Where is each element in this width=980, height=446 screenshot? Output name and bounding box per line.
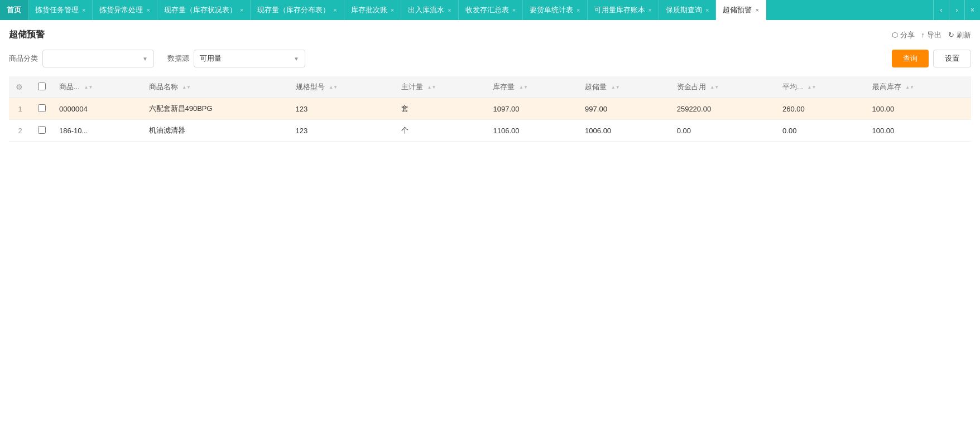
col-kucun-header[interactable]: 库存量 ▲▼: [486, 76, 578, 98]
nav-tab-close[interactable]: ×: [146, 7, 150, 13]
nav-home[interactable]: 首页: [0, 0, 28, 20]
nav-tab-tab-chaochujing[interactable]: 超储预警×: [716, 0, 766, 20]
nav-tab-close[interactable]: ×: [705, 7, 709, 13]
sort-zijin-icon: ▲▼: [710, 85, 719, 90]
datasource-select[interactable]: 可用量 ▼: [194, 50, 305, 67]
table-header: ⚙ 商品... ▲▼ 商品名称 ▲▼ 规格型号 ▲▼: [9, 76, 971, 98]
sort-guige-icon: ▲▼: [329, 85, 338, 90]
share-icon: ⬡: [892, 31, 898, 39]
row-zuigao: 100.00: [866, 98, 971, 120]
col-spname-label: 商品名称: [149, 83, 178, 91]
col-guige-label: 规格型号: [296, 83, 325, 91]
nav-tab-close[interactable]: ×: [391, 7, 394, 13]
export-button[interactable]: ↑ 导出: [921, 30, 942, 40]
page-title-row: 超储预警 ⬡ 分享 ↑ 导出 ↻ 刷新: [9, 29, 971, 41]
nav-tab-tab-shoufab[interactable]: 收发存汇总表×: [459, 0, 523, 20]
col-spcode-label: 商品...: [59, 83, 80, 91]
select-all-checkbox[interactable]: [38, 83, 46, 90]
sort-spcode-icon: ▲▼: [84, 85, 93, 90]
nav-home-label: 首页: [7, 5, 21, 15]
col-guige-header[interactable]: 规格型号 ▲▼: [289, 76, 395, 98]
nav-tab-close[interactable]: ×: [577, 7, 580, 13]
filter-datasource: 数据源 可用量 ▼: [167, 50, 305, 67]
nav-tab-label: 拣货异常处理: [99, 5, 143, 15]
nav-arrow-close[interactable]: ×: [964, 0, 980, 20]
nav-tab-tab-yaohuo[interactable]: 要货单统计表×: [523, 0, 587, 20]
col-zijin-label: 资金占用: [677, 83, 706, 91]
nav-tab-close[interactable]: ×: [333, 7, 337, 13]
nav-tab-label: 现存量（库存状况表）: [164, 5, 237, 15]
col-zuigao-header[interactable]: 最高库存 ▲▼: [866, 76, 971, 98]
nav-tab-close[interactable]: ×: [448, 7, 451, 13]
category-label: 商品分类: [9, 54, 38, 64]
export-icon: ↑: [921, 31, 925, 39]
row-zijin: 259220.00: [670, 98, 776, 120]
nav-tab-label: 超储预警: [723, 5, 752, 15]
nav-tab-tab-xianzunl[interactable]: 现存量（库存状况表）×: [157, 0, 251, 20]
filter-category: 商品分类 ▼: [9, 50, 154, 67]
datasource-value: 可用量: [200, 54, 222, 64]
row-zijin: 0.00: [670, 120, 776, 142]
sort-jiliang-icon: ▲▼: [427, 85, 436, 90]
category-select[interactable]: ▼: [42, 50, 154, 67]
settings-button[interactable]: 设置: [933, 50, 971, 67]
row-checkbox-cell: [31, 98, 52, 120]
datasource-arrow-icon: ▼: [294, 56, 299, 62]
nav-tab-tab-kyliang[interactable]: 可用量库存账本×: [588, 0, 659, 20]
row-pingjun: 260.00: [776, 98, 866, 120]
sort-chaochul-icon: ▲▼: [611, 85, 620, 90]
table-body: 1 0000004 六配套新昌490BPG 123 套 1097.00 997.…: [9, 98, 971, 142]
refresh-icon: ↻: [948, 31, 954, 39]
row-zuigao: 100.00: [866, 120, 971, 142]
filter-actions: 查询 设置: [892, 50, 971, 67]
nav-tab-close[interactable]: ×: [82, 7, 85, 13]
share-button[interactable]: ⬡ 分享: [892, 30, 915, 40]
table-row: 1 0000004 六配套新昌490BPG 123 套 1097.00 997.…: [9, 98, 971, 120]
nav-tab-tab-pipici[interactable]: 库存批次账×: [344, 0, 401, 20]
nav-tab-label: 收发存汇总表: [465, 5, 509, 15]
col-spname-header[interactable]: 商品名称 ▲▼: [142, 76, 289, 98]
nav-tab-tab-yichang[interactable]: 拣货异常处理×: [93, 0, 157, 20]
col-spcode-header[interactable]: 商品... ▲▼: [52, 76, 142, 98]
table-container: ⚙ 商品... ▲▼ 商品名称 ▲▼ 规格型号 ▲▼: [9, 76, 971, 142]
data-table: ⚙ 商品... ▲▼ 商品名称 ▲▼ 规格型号 ▲▼: [9, 76, 971, 142]
col-chaochul-header[interactable]: 超储量 ▲▼: [578, 76, 670, 98]
row-spcode: 0000004: [52, 98, 142, 120]
row-chaochul: 997.00: [578, 98, 670, 120]
nav-tab-close[interactable]: ×: [648, 7, 652, 13]
nav-tab-label: 拣货任务管理: [35, 5, 79, 15]
category-arrow-icon: ▼: [142, 56, 148, 62]
sort-pingjun-icon: ▲▼: [808, 85, 816, 90]
col-pingjun-header[interactable]: 平均... ▲▼: [776, 76, 866, 98]
row-checkbox[interactable]: [38, 126, 46, 134]
sort-kucun-icon: ▲▼: [519, 85, 528, 90]
datasource-label: 数据源: [167, 54, 189, 64]
nav-arrow-right[interactable]: ›: [949, 0, 964, 20]
page-content: 超储预警 ⬡ 分享 ↑ 导出 ↻ 刷新 商品分类 ▼ 数据源: [0, 20, 980, 151]
sort-spname-icon: ▲▼: [182, 85, 191, 90]
col-kucun-label: 库存量: [493, 83, 515, 91]
col-pingjun-label: 平均...: [782, 83, 803, 91]
table-row: 2 186-10... 机油滤清器 123 个 1106.00 1006.00 …: [9, 120, 971, 142]
row-checkbox[interactable]: [38, 104, 46, 112]
nav-tab-tab-kaihuo[interactable]: 拣货任务管理×: [28, 0, 93, 20]
gear-icon[interactable]: ⚙: [16, 83, 23, 91]
row-jiliang: 套: [395, 98, 487, 120]
nav-arrow-left[interactable]: ‹: [933, 0, 949, 20]
refresh-button[interactable]: ↻ 刷新: [948, 30, 971, 40]
row-guige: 123: [289, 120, 395, 142]
nav-tab-label: 保质期查询: [666, 5, 702, 15]
nav-tab-close[interactable]: ×: [512, 7, 516, 13]
nav-tab-tab-chuku[interactable]: 出入库流水×: [401, 0, 458, 20]
col-zijin-header[interactable]: 资金占用 ▲▼: [670, 76, 776, 98]
row-kucun: 1106.00: [486, 120, 578, 142]
query-button[interactable]: 查询: [892, 50, 929, 67]
nav-tab-label: 要货单统计表: [530, 5, 573, 15]
row-index: 1: [9, 98, 31, 120]
nav-tab-label: 出入库流水: [408, 5, 444, 15]
col-jiliang-header[interactable]: 主计量 ▲▼: [395, 76, 487, 98]
nav-tab-close[interactable]: ×: [240, 7, 243, 13]
nav-tab-tab-baozhi[interactable]: 保质期查询×: [659, 0, 716, 20]
nav-tab-close[interactable]: ×: [755, 7, 758, 13]
nav-tab-tab-xianzunl2[interactable]: 现存量（库存分布表）×: [251, 0, 344, 20]
